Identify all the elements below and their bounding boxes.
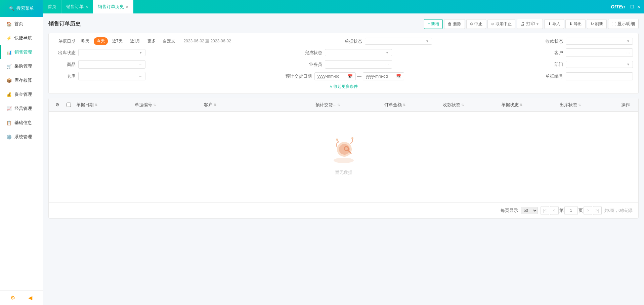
tab-sales-order[interactable]: 销售订单 ✕: [61, 0, 93, 13]
date-btn-custom[interactable]: 自定义: [160, 37, 178, 45]
tab-sales-order-history-close[interactable]: ✕: [126, 5, 128, 9]
data-table: ⚙ 单据日期 ⇅ 单据编号 ⇅ 客户 ⇅ 预计交货...: [48, 98, 639, 219]
finance-icon: 💰: [6, 92, 12, 97]
expected-date-to[interactable]: 📅: [363, 72, 404, 80]
complete-status-select[interactable]: ▼: [325, 49, 392, 56]
topbar-close-btn[interactable]: ✕: [637, 4, 641, 9]
delete-button[interactable]: 🗑 删除: [444, 19, 465, 29]
sort-amount-icon: ⇅: [403, 103, 405, 107]
next-page-btn[interactable]: >: [584, 206, 592, 215]
sidebar-item-quick-nav[interactable]: ⚡ 快捷导航: [0, 31, 43, 45]
tab-sales-order-close[interactable]: ✕: [85, 5, 88, 9]
main-content: 首页 销售订单 ✕ 销售订单历史 ✕ OfTEn ❐ ✕ 销售订单历史 + 新增…: [43, 0, 644, 305]
product-input[interactable]: ···: [78, 60, 145, 69]
warehouse-input[interactable]: ···: [78, 72, 145, 80]
th-receipt-label: 收款状态: [443, 102, 460, 108]
bottom-expand-icon[interactable]: ◀: [28, 295, 32, 301]
sidebar-item-label: 经营管理: [14, 106, 32, 112]
topbar-brand: OfTEn: [611, 4, 625, 9]
toolbar: 销售订单历史 + 新增 🗑 删除 ⊘ 中止 ⊙ 取消中止 🖨 打印 ▼ ⬆ 导入…: [48, 19, 639, 29]
bottom-settings-icon[interactable]: ⚙: [10, 295, 15, 301]
print-label: 🖨 打印: [520, 21, 535, 27]
expected-date-from[interactable]: 📅: [314, 72, 356, 80]
sidebar-item-label: 采购管理: [14, 63, 32, 69]
doc-status-arrow: ▼: [426, 39, 429, 43]
tab-sales-order-history[interactable]: 销售订单历史 ✕: [93, 0, 133, 13]
sidebar-item-system[interactable]: ⚙️ 系统管理: [0, 130, 43, 144]
sidebar-item-inventory[interactable]: 📦 库存核算: [0, 73, 43, 87]
salesperson-input[interactable]: ···: [325, 60, 392, 69]
import-button[interactable]: ⬆ 导入: [544, 19, 564, 29]
th-date[interactable]: 单据日期 ⇅: [74, 102, 132, 108]
collapse-btn[interactable]: ∧ 收起更多条件: [329, 84, 358, 89]
pagination-bar: 每页显示 10 20 50 100 |< < 第 页 > >|: [49, 202, 638, 218]
out-status-select[interactable]: ▼: [78, 49, 145, 56]
tab-home[interactable]: 首页: [43, 0, 61, 13]
th-status[interactable]: 单据状态 ⇅: [499, 102, 557, 108]
warehouse-dots[interactable]: ···: [139, 74, 142, 79]
cancel-stop-button[interactable]: ⊙ 取消中止: [487, 19, 515, 29]
table-settings-icon[interactable]: ⚙: [55, 102, 59, 107]
print-button[interactable]: 🖨 打印 ▼: [517, 19, 543, 29]
sidebar-search-label[interactable]: 搜索菜单: [16, 5, 34, 11]
page-input[interactable]: [564, 206, 578, 215]
th-action-label: 操作: [621, 102, 630, 108]
doc-no-input[interactable]: [566, 72, 633, 80]
sidebar-item-purchase[interactable]: 🛒 采购管理: [0, 59, 43, 73]
sidebar-item-operation[interactable]: 📈 经营管理: [0, 102, 43, 116]
th-no[interactable]: 单据编号 ⇅: [132, 102, 201, 108]
first-page-btn[interactable]: |<: [541, 206, 549, 215]
show-detail-checkbox[interactable]: [612, 22, 616, 26]
expected-date-to-input[interactable]: [366, 74, 396, 79]
th-out-label: 出库状态: [560, 102, 577, 108]
out-status-label: 出库状态: [54, 50, 76, 56]
salesperson-dots[interactable]: ···: [385, 62, 389, 67]
svg-point-0: [334, 158, 354, 163]
customer-dots[interactable]: ···: [626, 50, 630, 55]
sidebar-item-basic[interactable]: 📋 基础信息: [0, 116, 43, 130]
th-delivery[interactable]: 预计交货... ⇅: [313, 102, 382, 108]
customer-input[interactable]: ···: [566, 48, 633, 57]
system-icon: ⚙️: [6, 134, 12, 140]
select-all-checkbox[interactable]: [67, 103, 71, 107]
show-detail-label: 显示明细: [617, 21, 635, 27]
th-customer[interactable]: 客户 ⇅: [201, 102, 313, 108]
export-button[interactable]: ⬇ 导出: [565, 19, 585, 29]
sidebar-item-sales[interactable]: 📊 销售管理: [0, 45, 43, 59]
doc-no-label: 单据编号: [544, 73, 563, 79]
salesperson-label: 业务员: [303, 62, 322, 68]
out-status-arrow: ▼: [139, 51, 142, 54]
date-btn-1month[interactable]: 近1月: [127, 37, 143, 45]
product-dots[interactable]: ···: [139, 62, 142, 67]
svg-point-5: [336, 139, 338, 141]
department-select[interactable]: ▼: [566, 61, 633, 68]
date-btn-today[interactable]: 今天: [94, 37, 108, 45]
th-receipt[interactable]: 收款状态 ⇅: [440, 102, 499, 108]
doc-status-select[interactable]: ▼: [365, 38, 432, 45]
per-page-select[interactable]: 10 20 50 100: [521, 207, 538, 214]
date-btn-yesterday[interactable]: 昨天: [78, 37, 92, 45]
th-settings[interactable]: ⚙: [51, 102, 63, 107]
topbar-restore-btn[interactable]: ❐: [630, 4, 634, 9]
doc-no-field[interactable]: [569, 74, 630, 79]
th-checkbox[interactable]: [63, 103, 74, 107]
th-out[interactable]: 出库状态 ⇅: [557, 102, 615, 108]
sort-status-icon: ⇅: [520, 103, 522, 107]
sidebar-item-home[interactable]: 🏠 首页: [0, 17, 43, 31]
sidebar-item-finance[interactable]: 💰 资金管理: [0, 87, 43, 102]
expected-date-from-input[interactable]: [317, 74, 348, 79]
department-arrow: ▼: [627, 63, 630, 66]
date-btn-7days[interactable]: 近7天: [109, 37, 126, 45]
last-page-btn[interactable]: >|: [593, 206, 602, 215]
date-filter-label: 单据日期: [54, 38, 76, 44]
th-amount[interactable]: 订单金额 ⇅: [382, 102, 440, 108]
date-btn-more[interactable]: 更多: [144, 37, 159, 45]
prev-page-btn[interactable]: <: [550, 206, 559, 215]
date-range-display: 2023-06-02 至 2023-06-02: [183, 38, 231, 44]
empty-text: 暂无数据: [335, 169, 352, 176]
stop-button[interactable]: ⊘ 中止: [466, 19, 486, 29]
new-button[interactable]: + 新增: [424, 19, 443, 29]
refresh-button[interactable]: ↻ 刷新: [587, 19, 607, 29]
receipt-status-select[interactable]: ▼: [566, 38, 633, 45]
filter-row-1: 单据日期 昨天 今天 近7天 近1月 更多 自定义 2023-06-02 至 2…: [54, 37, 633, 45]
